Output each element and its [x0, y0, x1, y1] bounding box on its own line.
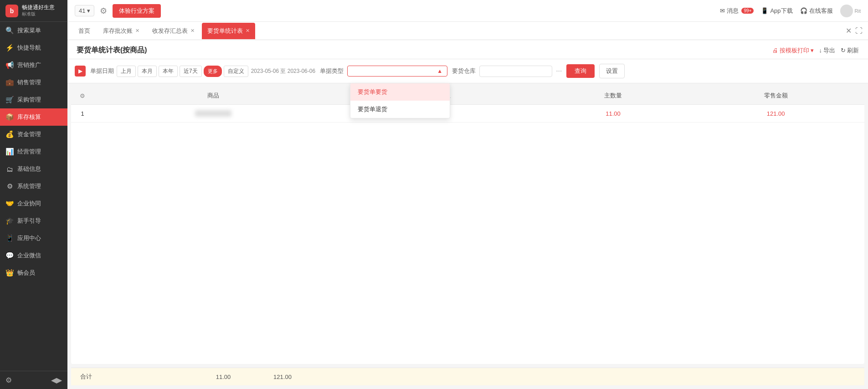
- phone-icon: 📱: [5, 234, 14, 242]
- chart-icon: 📊: [5, 148, 14, 156]
- maximize-icon[interactable]: ⛶: [855, 27, 863, 35]
- sidebar-item-purchase[interactable]: 🛒 采购管理: [0, 91, 67, 108]
- settings-bottom-icon[interactable]: ⚙: [5, 376, 12, 384]
- column-settings-icon[interactable]: ⚙: [80, 92, 85, 99]
- online-service-label: 在线客服: [809, 7, 833, 15]
- row-amount: 121.00: [687, 105, 864, 123]
- tab-batch[interactable]: 库存批次账 ✕: [98, 23, 145, 39]
- headset-icon: 🎧: [800, 7, 807, 14]
- sidebar-item-search[interactable]: 🔍 搜索菜单: [0, 22, 67, 39]
- sidebar-item-inventory[interactable]: 📦 库存核算: [0, 108, 67, 126]
- sidebar-item-apps[interactable]: 📱 应用中心: [0, 230, 67, 247]
- refresh-button[interactable]: ↻ 刷新: [841, 46, 859, 55]
- member-icon: 👑: [5, 269, 14, 277]
- settings-button[interactable]: 设置: [599, 64, 625, 78]
- table-wrap: ⚙ 商品 主计量单位 主数量 零售金额 1 块: [71, 87, 864, 364]
- print-button[interactable]: 🖨 按模板打印 ▾: [772, 46, 814, 55]
- sidebar-item-label: 库存核算: [17, 113, 41, 121]
- tab-home[interactable]: 首页: [73, 23, 96, 39]
- sidebar-item-label: 采购管理: [17, 96, 41, 104]
- sidebar-item-label: 企业协同: [17, 200, 41, 208]
- store-selector[interactable]: 41 ▾: [75, 5, 94, 16]
- filter-expand-button[interactable]: ▶: [75, 66, 86, 77]
- app-logo-icon: b: [5, 5, 18, 17]
- dropdown-item-order-goods[interactable]: 要货单要货: [350, 83, 450, 101]
- chevron-down-icon: ▾: [87, 7, 90, 14]
- page-header-actions: 🖨 按模板打印 ▾ ↓ 导出 ↻ 刷新: [772, 46, 859, 55]
- sidebar-item-base[interactable]: 🗂 基础信息: [0, 160, 67, 178]
- export-button[interactable]: ↓ 导出: [819, 46, 836, 55]
- online-service-btn[interactable]: 🎧 在线客服: [800, 7, 833, 15]
- export-label: 导出: [823, 46, 835, 55]
- trial-button[interactable]: 体验行业方案: [113, 4, 161, 18]
- chevron-up-icon: ▲: [437, 68, 442, 74]
- close-all-icon[interactable]: ✕: [846, 26, 852, 35]
- sidebar-item-corp[interactable]: 🤝 企业协同: [0, 195, 67, 212]
- sidebar-item-shortcut[interactable]: ⚡ 快捷导航: [0, 39, 67, 56]
- lightning-icon: ⚡: [5, 44, 14, 52]
- cart-icon: 🛒: [5, 96, 14, 104]
- sidebar-item-guide[interactable]: 🎓 新手引导: [0, 212, 67, 230]
- sidebar-item-marketing[interactable]: 📢 营销推广: [0, 56, 67, 74]
- date-btn-last-month[interactable]: 上月: [117, 66, 136, 77]
- topbar-left: 41 ▾ ⚙ 体验行业方案: [75, 4, 161, 18]
- sidebar-bottom: ⚙ ◀▶: [0, 371, 67, 389]
- date-btn-this-year[interactable]: 本年: [159, 66, 178, 77]
- app-download-btn[interactable]: 📱 App下载: [761, 7, 792, 15]
- tab-batch-label: 库存批次账: [103, 27, 133, 35]
- tab-order-stat[interactable]: 要货单统计表 ✕: [202, 23, 255, 39]
- finance-icon: 💰: [5, 130, 14, 138]
- sidebar-item-label: 快捷导航: [17, 44, 41, 52]
- tab-summary-label: 收发存汇总表: [152, 27, 188, 35]
- print-arrow: ▾: [811, 47, 814, 54]
- tabbar-controls: ✕ ⛶: [846, 26, 863, 35]
- sidebar-item-wechat[interactable]: 💬 企业微信: [0, 247, 67, 264]
- user-avatar[interactable]: Rit: [840, 5, 861, 17]
- date-btn-custom[interactable]: 自定义: [224, 66, 248, 77]
- tab-order-stat-close[interactable]: ✕: [246, 28, 250, 34]
- date-btn-7days[interactable]: 近7天: [180, 66, 202, 77]
- sidebar-item-label: 经营管理: [17, 148, 41, 156]
- date-btn-this-month[interactable]: 本月: [138, 66, 157, 77]
- collapse-icon[interactable]: ◀▶: [51, 376, 62, 384]
- sidebar-item-finance[interactable]: 💰 资金管理: [0, 126, 67, 143]
- table-footer: 合计 11.00 121.00: [71, 368, 864, 385]
- row-goods: [94, 105, 333, 123]
- page-header: 要货单统计表(按商品) 🖨 按模板打印 ▾ ↓ 导出 ↻ 刷新: [67, 40, 868, 59]
- tab-summary[interactable]: 收发存汇总表 ✕: [147, 23, 200, 39]
- phone-dl-icon: 📱: [761, 7, 768, 14]
- table-header-row: ⚙ 商品 主计量单位 主数量 零售金额: [71, 87, 864, 105]
- goods-name-blurred: [195, 110, 231, 117]
- refresh-label: 刷新: [847, 46, 859, 55]
- sidebar-item-operations[interactable]: 📊 经营管理: [0, 143, 67, 160]
- warehouse-input[interactable]: [479, 66, 552, 77]
- date-filter-label: 单据日期: [90, 67, 114, 75]
- sidebar-logo: b 畅捷通好生意 标准版: [0, 0, 67, 22]
- sidebar-item-label: 营销推广: [17, 61, 41, 69]
- print-label: 按模板打印: [780, 46, 809, 55]
- sidebar-item-system[interactable]: ⚙ 系统管理: [0, 178, 67, 195]
- printer-icon: 🖨: [772, 47, 778, 54]
- type-dropdown-trigger[interactable]: ▲: [347, 66, 447, 77]
- topbar-settings-icon[interactable]: ⚙: [100, 6, 107, 16]
- sidebar-item-label: 新手引导: [17, 217, 41, 225]
- app-name: 畅捷通好生意: [22, 4, 55, 11]
- sidebar-item-label: 企业微信: [17, 251, 41, 260]
- type-filter-group: 单据类型 ▲: [320, 66, 447, 77]
- topbar-right: ✉ 消息 99+ 📱 App下载 🎧 在线客服 Rit: [720, 5, 861, 17]
- warehouse-more-icon[interactable]: ···: [556, 67, 562, 75]
- tab-batch-close[interactable]: ✕: [135, 28, 139, 34]
- messages-btn[interactable]: ✉ 消息 99+: [720, 7, 754, 15]
- sidebar-item-member[interactable]: 👑 畅会员: [0, 264, 67, 282]
- sidebar-item-sales[interactable]: 💼 销售管理: [0, 74, 67, 91]
- dropdown-item-order-return[interactable]: 要货单退货: [350, 101, 450, 118]
- date-btn-more[interactable]: 更多: [204, 66, 222, 77]
- base-icon: 🗂: [5, 165, 14, 173]
- row-index: 1: [71, 105, 94, 123]
- type-filter-label: 单据类型: [320, 67, 344, 75]
- page-title: 要货单统计表(按商品): [77, 46, 147, 55]
- wechat-icon: 💬: [5, 251, 14, 260]
- query-button[interactable]: 查询: [566, 64, 595, 78]
- footer-qty: 11.00: [187, 374, 260, 380]
- tab-summary-close[interactable]: ✕: [190, 28, 195, 34]
